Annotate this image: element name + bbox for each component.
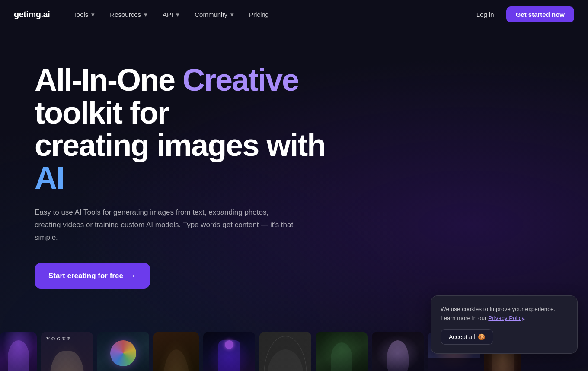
gallery-image-1 bbox=[0, 332, 37, 371]
gallery-image-vogue: VOGUE bbox=[41, 332, 93, 371]
privacy-policy-link[interactable]: Privacy Policy bbox=[488, 315, 524, 321]
gallery-image-room bbox=[153, 332, 199, 371]
logo[interactable]: getimg.ai bbox=[14, 10, 50, 19]
hero-headline-part2: toolkit forcreating images with bbox=[35, 95, 325, 163]
accept-label: Accept all bbox=[449, 333, 475, 340]
chevron-down-icon: ▾ bbox=[175, 12, 181, 18]
gallery-col-8 bbox=[372, 332, 424, 371]
gallery-col-3 bbox=[97, 332, 149, 371]
cookie-banner: We use cookies to improve your experienc… bbox=[431, 295, 578, 354]
nav-item-tools[interactable]: Tools ▾ bbox=[67, 7, 102, 22]
nav-label-pricing: Pricing bbox=[249, 11, 269, 18]
get-started-button[interactable]: Get started now bbox=[506, 6, 574, 22]
gallery-col-4 bbox=[153, 332, 199, 371]
accept-cookies-button[interactable]: Accept all 🍪 bbox=[441, 329, 493, 345]
chevron-down-icon: ▾ bbox=[143, 12, 149, 18]
gallery-col-2: VOGUE bbox=[41, 332, 93, 371]
nav-item-community[interactable]: Community ▾ bbox=[189, 7, 241, 22]
navbar: getimg.ai Tools ▾ Resources ▾ API ▾ Comm… bbox=[0, 0, 588, 29]
nav-label-resources: Resources bbox=[110, 11, 141, 18]
gallery-col-7 bbox=[316, 332, 368, 371]
start-creating-label: Start creating for free bbox=[48, 272, 123, 280]
chevron-down-icon: ▾ bbox=[229, 12, 235, 18]
login-button[interactable]: Log in bbox=[470, 7, 501, 22]
nav-item-resources[interactable]: Resources ▾ bbox=[104, 7, 155, 22]
nav-links: Tools ▾ Resources ▾ API ▾ Community ▾ Pr… bbox=[67, 7, 275, 22]
gallery-col-5 bbox=[203, 332, 255, 371]
nav-label-tools: Tools bbox=[73, 11, 88, 18]
chevron-down-icon: ▾ bbox=[90, 12, 96, 18]
gallery-image-alien1 bbox=[316, 332, 368, 371]
hero-content: All-In-One Creative toolkit forcreating … bbox=[0, 29, 389, 314]
nav-label-api: API bbox=[163, 11, 173, 18]
gallery-col-1 bbox=[0, 332, 37, 371]
nav-right: Log in Get started now bbox=[470, 6, 574, 22]
hero-headline-creative: Creative bbox=[182, 63, 298, 97]
gallery-image-sphere bbox=[97, 332, 149, 371]
cookie-text: We use cookies to improve your experienc… bbox=[441, 304, 568, 323]
nav-left: getimg.ai Tools ▾ Resources ▾ API ▾ Comm… bbox=[14, 7, 275, 22]
logo-text: getimg.ai bbox=[14, 10, 50, 19]
hero-subtext: Easy to use AI Tools for generating imag… bbox=[35, 206, 294, 244]
arrow-icon: → bbox=[128, 271, 136, 281]
hero-headline: All-In-One Creative toolkit forcreating … bbox=[35, 64, 355, 194]
nav-item-api[interactable]: API ▾ bbox=[157, 7, 187, 22]
hero-headline-part1: All-In-One bbox=[35, 63, 182, 97]
hero-headline-ai: AI bbox=[35, 161, 64, 195]
nav-item-pricing[interactable]: Pricing bbox=[243, 7, 275, 22]
gallery-image-ghost bbox=[372, 332, 424, 371]
start-creating-button[interactable]: Start creating for free → bbox=[35, 263, 150, 289]
nav-label-community: Community bbox=[195, 11, 227, 18]
gallery-col-6 bbox=[259, 332, 311, 371]
cookie-emoji: 🍪 bbox=[478, 333, 485, 340]
gallery-image-cyber-robot bbox=[203, 332, 255, 371]
gallery-image-brain bbox=[259, 332, 311, 371]
cookie-suffix: . bbox=[524, 315, 526, 321]
